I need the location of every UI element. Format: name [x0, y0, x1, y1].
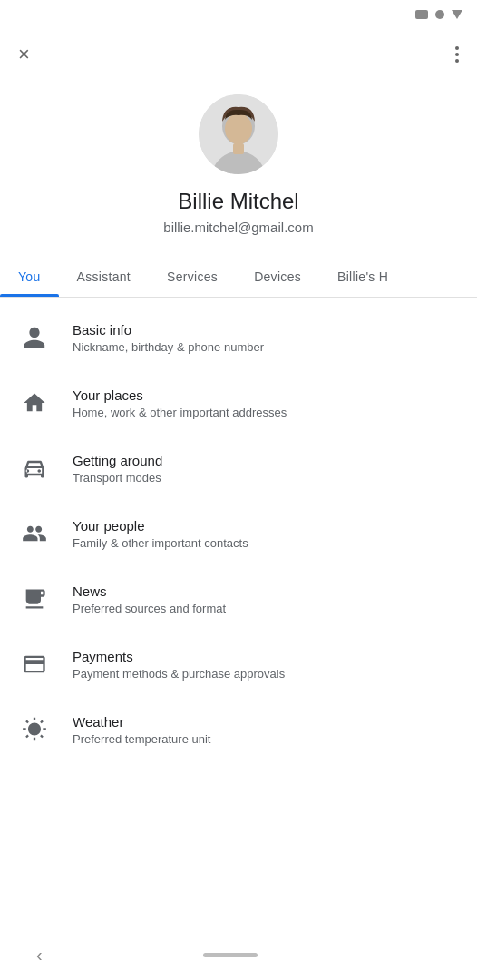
menu-item-payments[interactable]: Payments Payment methods & purchase appr… — [0, 632, 477, 697]
menu-title-your-people: Your people — [73, 518, 248, 534]
people-icon — [18, 517, 51, 550]
menu-title-basic-info: Basic info — [73, 322, 264, 338]
menu-subtitle-weather: Preferred temperature unit — [73, 732, 210, 746]
close-button[interactable]: × — [18, 44, 30, 64]
menu-item-your-people[interactable]: Your people Family & other important con… — [0, 501, 477, 566]
svg-point-2 — [225, 113, 252, 144]
status-bar — [0, 0, 477, 29]
menu-subtitle-your-places: Home, work & other important addresses — [73, 406, 287, 419]
menu-text-basic-info: Basic info Nickname, birthday & phone nu… — [73, 322, 264, 354]
person-icon — [18, 321, 51, 354]
battery-icon — [415, 10, 428, 19]
menu-text-getting-around: Getting around Transport modes — [73, 453, 162, 485]
avatar — [199, 94, 278, 174]
menu-subtitle-payments: Payment methods & purchase approvals — [73, 667, 285, 681]
menu-item-getting-around[interactable]: Getting around Transport modes — [0, 436, 477, 501]
menu-title-payments: Payments — [73, 649, 285, 664]
home-icon — [18, 387, 51, 419]
menu-subtitle-basic-info: Nickname, birthday & phone number — [73, 340, 264, 354]
menu-subtitle-getting-around: Transport modes — [73, 471, 162, 485]
menu-subtitle-your-people: Family & other important contacts — [73, 536, 248, 550]
menu-text-news: News Preferred sources and format — [73, 583, 226, 615]
tab-services[interactable]: Services — [149, 257, 236, 297]
tabs-container: You Assistant Services Devices Billie's … — [0, 257, 477, 298]
menu-title-your-places: Your places — [73, 387, 287, 403]
menu-item-weather[interactable]: Weather Preferred temperature unit — [0, 697, 477, 762]
menu-title-weather: Weather — [73, 714, 210, 730]
menu-item-basic-info[interactable]: Basic info Nickname, birthday & phone nu… — [0, 305, 477, 370]
top-bar: × — [0, 29, 477, 80]
weather-icon — [18, 713, 51, 746]
tab-assistant[interactable]: Assistant — [59, 257, 150, 297]
menu-text-payments: Payments Payment methods & purchase appr… — [73, 649, 285, 681]
menu-subtitle-news: Preferred sources and format — [73, 602, 226, 615]
more-button[interactable] — [455, 46, 459, 63]
more-dot-3 — [455, 59, 459, 63]
bottom-nav: ‹ — [0, 930, 477, 980]
menu-text-weather: Weather Preferred temperature unit — [73, 714, 210, 746]
wifi-icon — [452, 10, 462, 19]
profile-name: Billie Mitchel — [178, 189, 298, 214]
profile-section: Billie Mitchel billie.mitchel@gmail.com — [0, 80, 477, 257]
menu-text-your-people: Your people Family & other important con… — [73, 518, 248, 550]
car-icon — [18, 452, 51, 485]
menu-list: Basic info Nickname, birthday & phone nu… — [0, 298, 477, 769]
menu-text-your-places: Your places Home, work & other important… — [73, 387, 287, 419]
avatar-image — [199, 94, 278, 174]
menu-title-news: News — [73, 583, 226, 599]
tab-billies-h[interactable]: Billie's H — [319, 257, 406, 297]
news-icon — [18, 583, 51, 615]
nav-pill — [203, 953, 258, 957]
more-dot-2 — [455, 53, 459, 56]
profile-email: billie.mitchel@gmail.com — [163, 220, 313, 235]
back-button[interactable]: ‹ — [36, 945, 43, 965]
menu-title-getting-around: Getting around — [73, 453, 162, 468]
menu-item-news[interactable]: News Preferred sources and format — [0, 566, 477, 632]
tab-you[interactable]: You — [0, 257, 59, 297]
tab-devices[interactable]: Devices — [236, 257, 319, 297]
more-dot-1 — [455, 46, 459, 50]
svg-rect-3 — [233, 143, 244, 154]
menu-item-your-places[interactable]: Your places Home, work & other important… — [0, 370, 477, 436]
payment-icon — [18, 648, 51, 681]
signal-icon — [435, 10, 444, 19]
